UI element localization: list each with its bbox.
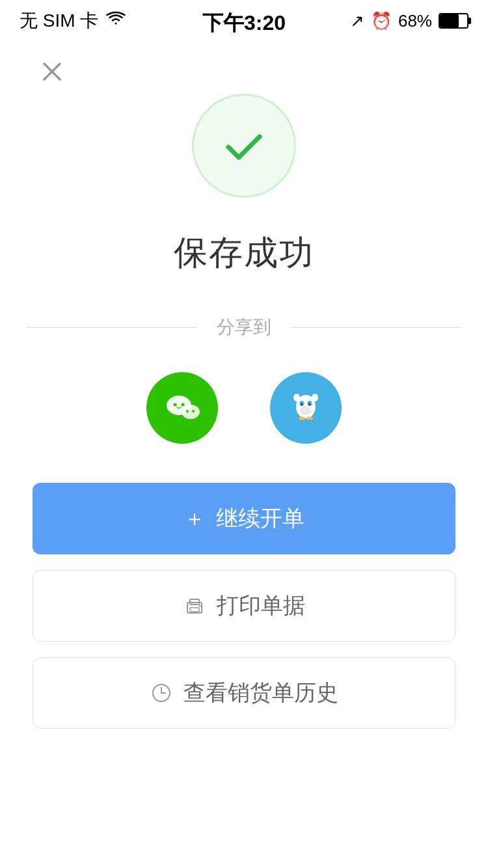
share-section: 分享到 [0, 315, 488, 444]
svg-point-3 [182, 405, 200, 419]
svg-point-16 [300, 406, 312, 415]
close-button[interactable] [33, 52, 72, 91]
wechat-icon [161, 387, 204, 429]
svg-point-24 [199, 605, 201, 607]
wifi-icon [106, 10, 126, 31]
continue-button[interactable]: ＋ 继续开单 [33, 483, 455, 554]
print-button[interactable]: 打印单据 [33, 570, 455, 642]
time-display: 下午3:20 [202, 9, 286, 38]
plus-icon: ＋ [183, 504, 206, 534]
svg-point-5 [181, 403, 184, 406]
main-content: 保存成功 分享到 [0, 42, 488, 729]
svg-point-17 [299, 416, 305, 420]
svg-point-18 [306, 416, 313, 420]
status-right: ↗ ⏰ 68% [350, 11, 468, 31]
svg-point-6 [186, 410, 189, 413]
sim-status: 无 SIM 卡 [20, 8, 98, 33]
location-icon: ↗ [350, 11, 364, 31]
status-bar: 无 SIM 卡 下午3:20 ↗ ⏰ 68% [0, 0, 488, 42]
svg-point-14 [310, 403, 311, 404]
action-buttons: ＋ 继续开单 打印单据 查看销货单历史 [0, 483, 488, 729]
print-button-label: 打印单据 [217, 591, 305, 621]
share-label: 分享到 [197, 315, 291, 340]
share-divider: 分享到 [26, 315, 462, 340]
alarm-icon: ⏰ [371, 11, 392, 31]
success-title: 保存成功 [174, 230, 314, 276]
battery-icon [439, 13, 468, 29]
qq-icon [285, 387, 327, 429]
print-icon [183, 594, 206, 617]
checkmark-icon [218, 120, 270, 172]
history-icon [150, 681, 173, 705]
svg-point-11 [302, 403, 303, 404]
svg-point-7 [192, 410, 195, 413]
divider-line-right [291, 327, 462, 328]
wechat-share-button[interactable] [146, 372, 218, 444]
history-button-label: 查看销货单历史 [183, 678, 338, 708]
success-icon-circle [192, 94, 296, 198]
share-icons-row [26, 372, 462, 444]
svg-point-19 [293, 394, 300, 401]
svg-point-20 [312, 394, 318, 401]
qq-share-button[interactable] [270, 372, 342, 444]
continue-button-label: 继续开单 [216, 504, 305, 534]
svg-rect-23 [190, 608, 199, 612]
status-left: 无 SIM 卡 [20, 8, 126, 33]
battery-percent: 68% [398, 11, 432, 31]
svg-point-4 [173, 403, 176, 406]
history-button[interactable]: 查看销货单历史 [33, 657, 455, 729]
divider-line-left [26, 327, 197, 328]
